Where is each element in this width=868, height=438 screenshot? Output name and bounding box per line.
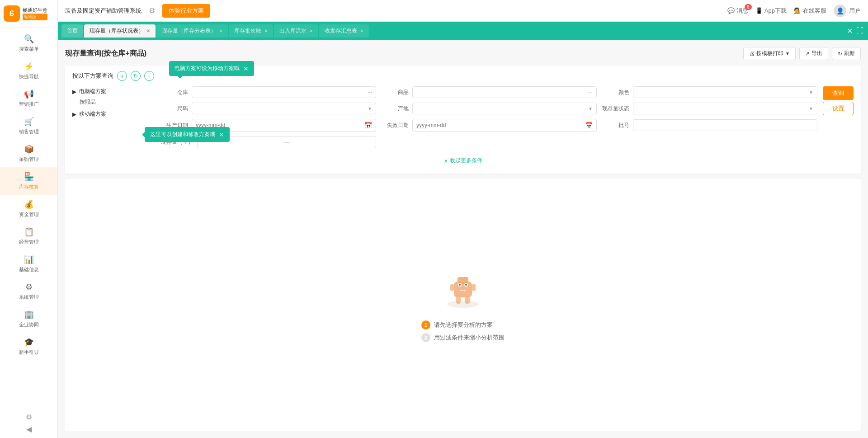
- tab-bar: 首页 现存量（库存状况表） ✕ 现存量（库存分布表） ✕ 库存批次账 ✕ 出入库…: [58, 22, 868, 40]
- user-menu[interactable]: 👤 用户: [834, 5, 861, 17]
- tab-batch-account[interactable]: 库存批次账 ✕: [229, 24, 273, 38]
- sidebar-bottom: ⚙ ◀: [0, 408, 57, 438]
- tab-expand-button[interactable]: ⛶: [855, 26, 864, 36]
- filter-field-size: 尺码 ▼: [161, 103, 376, 114]
- origin-text-input[interactable]: [416, 105, 588, 112]
- sidebar-item-system[interactable]: ⚙ 系统管理: [0, 278, 57, 305]
- tab-home-label: 首页: [67, 27, 78, 35]
- sidebar-item-inventory[interactable]: 🏪 库存核算: [0, 167, 57, 195]
- filter-label: 按以下方案查询: [72, 72, 113, 80]
- sidebar-item-marketing[interactable]: 📢 营销推广: [0, 85, 57, 112]
- tab-in-out-flow-close[interactable]: ✕: [309, 28, 313, 33]
- batch-input[interactable]: [633, 119, 817, 131]
- settings-bottom-icon[interactable]: ⚙: [26, 413, 32, 421]
- message-icon: 💬: [727, 7, 735, 14]
- color-input[interactable]: ▼: [633, 86, 817, 98]
- trial-button[interactable]: 体验行业方案: [162, 4, 210, 18]
- sidebar-item-label: 销售管理: [19, 128, 39, 135]
- tab-receive-summary-close[interactable]: ✕: [360, 28, 363, 33]
- color-dropdown-icon: ▼: [809, 90, 813, 95]
- tab-in-out-flow[interactable]: 出入库流水 ✕: [274, 24, 318, 38]
- filter-add-button[interactable]: +: [117, 71, 127, 81]
- sidebar-item-search[interactable]: 🔍 搜索菜单: [0, 29, 57, 57]
- size-input[interactable]: ▼: [192, 103, 376, 114]
- export-button[interactable]: ↗ 导出: [799, 47, 828, 60]
- expire-date-start-input[interactable]: [416, 122, 585, 128]
- enterprise-icon: 🏢: [24, 310, 34, 320]
- empty-illustration: [440, 268, 486, 313]
- batch-text-input[interactable]: [637, 122, 813, 128]
- stock-status-label: 现存量状态: [602, 105, 629, 113]
- sidebar-item-operations[interactable]: 📋 经营管理: [0, 222, 57, 250]
- scheme-group-pc-arrow: ▶: [72, 89, 76, 95]
- empty-state-container: 1 请先选择要分析的方案 2 用过滤条件来缩小分析范围: [65, 179, 861, 431]
- filter-arrow-button[interactable]: ←: [144, 71, 154, 81]
- step-2-num: 2: [421, 333, 430, 342]
- origin-input[interactable]: ▼: [412, 103, 597, 114]
- top-header: 装备及固定资产辅助管理系统 ⚙ 体验行业方案 💬 6 消息 📱 App下载 💁 …: [58, 0, 868, 22]
- reset-button[interactable]: 设置: [823, 102, 854, 115]
- refresh-button[interactable]: ↻ 刷新: [832, 47, 861, 60]
- tooltip-create-close[interactable]: ✕: [219, 131, 224, 138]
- filter-field-expire-date: 失效日期 📅: [382, 119, 597, 132]
- warehouse-text-input[interactable]: [196, 89, 368, 95]
- collapse-sidebar-icon[interactable]: ◀: [26, 425, 32, 433]
- tooltip-pc-close[interactable]: ✕: [243, 65, 249, 72]
- header-icon-group: 💬 6 消息 📱 App下载 💁 在线客服 👤 用户: [727, 5, 861, 17]
- sidebar-item-label: 新手引导: [19, 349, 39, 356]
- tab-inventory-dist-close[interactable]: ✕: [219, 28, 222, 33]
- scheme-group-pc-header[interactable]: ▶ 电脑端方案: [72, 86, 154, 97]
- print-dropdown-icon: ▼: [785, 51, 790, 56]
- product-more-icon: ···: [588, 89, 593, 95]
- scheme-group-mobile-header[interactable]: ▶ 移动端方案: [72, 109, 154, 119]
- export-icon: ↗: [805, 51, 810, 57]
- expire-date-input[interactable]: 📅: [412, 119, 597, 132]
- search-button[interactable]: 查询: [823, 86, 854, 100]
- sidebar-item-basic-info[interactable]: 📊 基础信息: [0, 250, 57, 278]
- print-button[interactable]: 🖨 按模板打印 ▼: [743, 47, 796, 60]
- tooltip-create-text: 这里可以创建和修改方案哦: [150, 131, 215, 138]
- empty-step-1: 1 请先选择要分析的方案: [421, 320, 505, 330]
- app-download-label: App下载: [764, 7, 787, 15]
- tab-batch-account-close[interactable]: ✕: [264, 28, 268, 33]
- tab-inventory-dist[interactable]: 现存量（库存分布表） ✕: [156, 24, 228, 38]
- sidebar-item-enterprise[interactable]: 🏢 企业协同: [0, 305, 57, 333]
- svg-rect-7: [460, 290, 466, 291]
- product-text-input[interactable]: [416, 89, 588, 95]
- notification-button[interactable]: 💬 6 消息: [727, 7, 748, 15]
- prod-date-calendar-icon[interactable]: 📅: [364, 122, 372, 129]
- tab-home[interactable]: 首页: [61, 24, 83, 38]
- collapse-bar[interactable]: ∧ 收起更多条件: [72, 153, 854, 168]
- quick-nav-icon: ⚡: [24, 61, 34, 71]
- scheme-item-pc-1[interactable]: 按照品: [72, 97, 154, 107]
- stock-qty-max-input[interactable]: [293, 139, 373, 146]
- product-input[interactable]: ···: [412, 86, 597, 98]
- svg-rect-9: [472, 284, 476, 291]
- sidebar-item-purchase[interactable]: 📦 采购管理: [0, 140, 57, 167]
- tooltip-create-scheme: 这里可以创建和修改方案哦 ✕: [145, 127, 230, 142]
- refresh-label: 刷新: [844, 50, 855, 57]
- tab-inventory-status-close[interactable]: ✕: [146, 28, 150, 33]
- svg-rect-11: [465, 297, 470, 304]
- warehouse-input[interactable]: ···: [192, 86, 376, 98]
- color-text-input[interactable]: [637, 89, 809, 95]
- sidebar-item-label: 企业协同: [19, 321, 39, 328]
- sidebar-item-guide[interactable]: 🎓 新手引导: [0, 333, 57, 360]
- tab-inventory-status[interactable]: 现存量（库存状况表） ✕: [84, 24, 156, 38]
- size-text-input[interactable]: [196, 105, 368, 112]
- tab-close-all-button[interactable]: ✕: [846, 26, 854, 36]
- online-service-button[interactable]: 💁 在线客服: [794, 7, 826, 15]
- stock-status-text-input[interactable]: [637, 105, 809, 112]
- sidebar-item-sales[interactable]: 🛒 销售管理: [0, 112, 57, 140]
- sidebar-item-finance[interactable]: 💰 资金管理: [0, 195, 57, 222]
- batch-label: 批号: [602, 122, 629, 129]
- page-title-bar: 现存量查询(按仓库+商品) 🖨 按模板打印 ▼ ↗ 导出 ↻ 刷新: [65, 47, 861, 60]
- filter-row-4: 现存量（主） —: [161, 136, 817, 148]
- tab-receive-summary[interactable]: 收发存汇总表 ✕: [319, 24, 369, 38]
- filter-refresh-button[interactable]: ↻: [131, 71, 141, 81]
- sidebar-item-quick-nav[interactable]: ⚡ 快捷导航: [0, 57, 57, 85]
- expire-date-calendar-icon[interactable]: 📅: [585, 122, 593, 129]
- stock-status-input[interactable]: ▼: [633, 103, 817, 114]
- app-download-button[interactable]: 📱 App下载: [755, 7, 787, 15]
- settings-icon[interactable]: ⚙: [149, 6, 155, 15]
